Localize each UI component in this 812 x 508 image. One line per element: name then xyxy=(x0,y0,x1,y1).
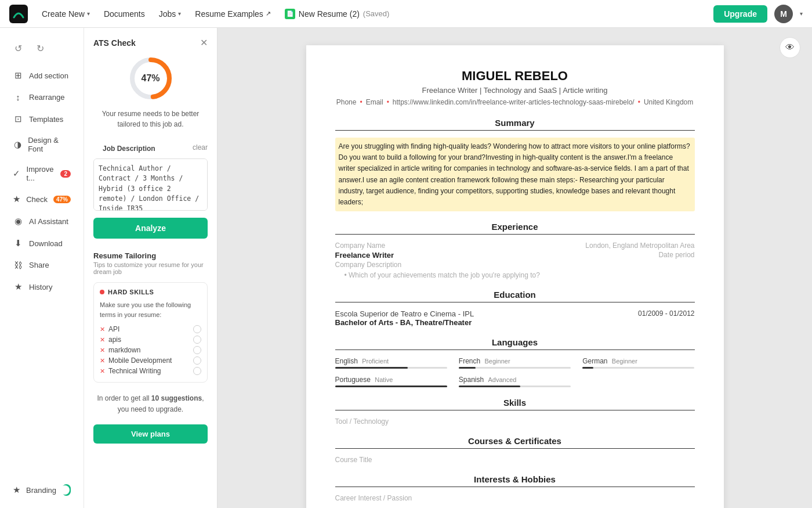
languages-grid: English Proficient French Beginner Germa… xyxy=(335,357,695,387)
x-icon: ✕ xyxy=(100,347,105,354)
sidebar-item-improve[interactable]: ✓ Improve t... 2 xyxy=(3,160,80,188)
resume-paper: MIGUEL REBELO Freelance Writer | Technol… xyxy=(306,45,724,508)
language-item-spanish: Spanish Advanced xyxy=(459,376,571,387)
upgrade-button[interactable]: Upgrade xyxy=(713,5,767,23)
ats-job-desc-row: Job Description clear xyxy=(84,136,217,158)
ats-score-label: 47% xyxy=(141,73,160,84)
left-sidebar: ↺ ↻ ⊞ Add section ↕ Rearrange ⊡ Template… xyxy=(0,28,84,508)
share-icon: ⛓ xyxy=(13,260,23,270)
language-item-portuguese: Portuguese Native xyxy=(335,376,447,387)
ai-assistant-icon: ◉ xyxy=(13,216,23,226)
summary-section-title: Summary xyxy=(335,118,695,131)
language-item-french: French Beginner xyxy=(459,357,571,369)
sidebar-item-design-font[interactable]: ◑ Design & Font xyxy=(3,131,80,158)
resume-contact: Phone • Email • https://www.linkedin.com… xyxy=(335,98,695,106)
preview-button[interactable]: 👁 xyxy=(780,37,800,58)
branding-toggle[interactable] xyxy=(62,484,71,496)
download-icon: ⬇ xyxy=(13,238,23,248)
education-item: Escola Superior de Teatro e Cinema - IPL… xyxy=(335,309,695,327)
hard-skills-header: HARD SKILLS xyxy=(100,289,201,296)
templates-icon: ⊡ xyxy=(13,114,23,124)
document-icon: 📄 xyxy=(285,9,295,19)
skill-row: ✕Technical Writing xyxy=(100,366,201,376)
improve-icon: ✓ xyxy=(13,168,21,179)
profile-chevron-icon[interactable]: ▾ xyxy=(800,10,803,17)
logo[interactable] xyxy=(9,5,28,23)
ats-donut-chart: 47% xyxy=(128,55,174,102)
redo-button[interactable]: ↻ xyxy=(31,39,49,57)
skill-circle xyxy=(193,346,201,354)
skills-placeholder: Tool / Technology xyxy=(335,417,695,426)
skill-circle xyxy=(193,325,201,333)
add-section-icon: ⊞ xyxy=(13,70,23,81)
sidebar-item-ats-check[interactable]: ★ Check 47% xyxy=(3,189,80,210)
topnav-right: Upgrade M ▾ xyxy=(713,5,803,23)
ats-score-badge: 47% xyxy=(53,196,71,203)
design-icon: ◑ xyxy=(13,139,22,150)
sidebar-item-history[interactable]: ★ History xyxy=(3,276,80,297)
skill-circle xyxy=(193,336,201,344)
active-document-tab[interactable]: 📄 New Resume (2) (Saved) xyxy=(285,9,390,19)
dot-separator: • xyxy=(360,98,362,106)
x-icon: ✕ xyxy=(100,357,105,365)
ats-panel-header: ATS Check ✕ xyxy=(84,28,217,55)
ats-panel: ATS Check ✕ 47% Your resume needs to be … xyxy=(84,28,217,508)
sidebar-item-download[interactable]: ⬇ Download xyxy=(3,233,80,254)
eye-icon: 👁 xyxy=(785,42,795,53)
courses-section-title: Courses & Certificates xyxy=(335,436,695,449)
undo-button[interactable]: ↺ xyxy=(9,39,27,57)
resume-name: MIGUEL REBELO xyxy=(335,69,695,84)
skill-row: ✕markdown xyxy=(100,345,201,355)
analyze-button[interactable]: Analyze xyxy=(93,218,208,239)
chevron-down-icon: ▾ xyxy=(178,10,181,17)
ats-check-icon: ★ xyxy=(13,194,20,204)
skill-circle xyxy=(193,356,201,365)
experience-section-title: Experience xyxy=(335,222,695,235)
experience-item: Company Name London, England Metropolita… xyxy=(335,242,695,279)
x-icon: ✕ xyxy=(100,326,105,333)
education-section-title: Education xyxy=(335,290,695,302)
exp-bullet: • Which of your achievements match the j… xyxy=(335,271,695,279)
resume-area: 👁 MIGUEL REBELO Freelance Writer | Techn… xyxy=(217,28,812,508)
view-plans-button[interactable]: View plans xyxy=(93,424,208,444)
documents-link[interactable]: Documents xyxy=(104,9,145,19)
ats-message: Your resume needs to be better tailored … xyxy=(93,109,208,129)
clear-button[interactable]: clear xyxy=(193,143,208,152)
sidebar-item-ai-assistant[interactable]: ◉ AI Assistant xyxy=(3,211,80,232)
resume-tailoring-section: Resume Tailoring Tips to customize your … xyxy=(84,246,217,278)
language-item-german: German Beginner xyxy=(582,357,694,369)
interests-placeholder: Career Interest / Passion xyxy=(335,494,695,502)
history-icon: ★ xyxy=(13,282,23,292)
create-new-menu[interactable]: Create New ▾ xyxy=(42,9,90,19)
sidebar-item-rearrange[interactable]: ↕ Rearrange xyxy=(3,87,80,107)
skill-circle xyxy=(193,367,201,375)
chevron-down-icon: ▾ xyxy=(87,10,90,17)
jobs-menu[interactable]: Jobs ▾ xyxy=(159,9,182,19)
dot-red-icon xyxy=(100,290,104,294)
skill-row: ✕Mobile Development xyxy=(100,355,201,366)
skill-row: ✕apis xyxy=(100,334,201,345)
courses-placeholder: Course Title xyxy=(335,456,695,464)
branding-icon: ★ xyxy=(13,485,20,495)
ats-close-button[interactable]: ✕ xyxy=(200,37,208,48)
avatar[interactable]: M xyxy=(774,5,793,23)
rearrange-icon: ↕ xyxy=(13,92,23,102)
sidebar-item-add-section[interactable]: ⊞ Add section xyxy=(3,65,80,86)
x-icon: ✕ xyxy=(100,368,105,375)
x-icon: ✕ xyxy=(100,336,105,344)
job-description-textarea[interactable]: Technical Author / Contract / 3 Months /… xyxy=(93,158,208,211)
upgrade-note: In order to get all 10 suggestions, you … xyxy=(84,387,217,421)
topnav: Create New ▾ Documents Jobs ▾ Resume Exa… xyxy=(0,0,812,28)
hard-skills-box: HARD SKILLS Make sure you use the follow… xyxy=(93,282,208,383)
resume-examples-link[interactable]: Resume Examples ↗ xyxy=(195,9,271,19)
language-item-english: English Proficient xyxy=(335,357,447,369)
sidebar-item-templates[interactable]: ⊡ Templates xyxy=(3,109,80,129)
sidebar-item-share[interactable]: ⛓ Share xyxy=(3,255,80,275)
skill-row: ✕API xyxy=(100,324,201,334)
summary-text: Are you struggling with finding high-qua… xyxy=(335,138,695,211)
interests-section-title: Interests & Hobbies xyxy=(335,474,695,487)
undo-redo-group: ↺ ↻ xyxy=(0,35,84,64)
sidebar-item-branding[interactable]: ★ Branding xyxy=(3,479,80,501)
ats-score-container: 47% Your resume needs to be better tailo… xyxy=(84,55,217,136)
resume-title: Freelance Writer | Technology and SaaS |… xyxy=(335,86,695,95)
